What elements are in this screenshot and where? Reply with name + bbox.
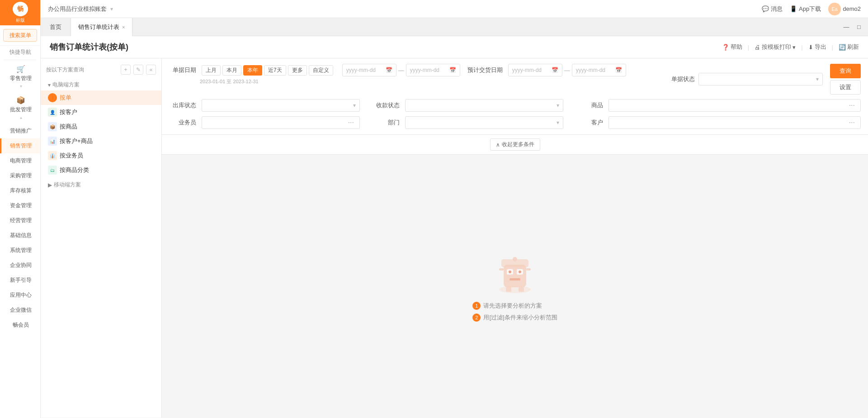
node-icon-by-goods: 📦 — [48, 122, 57, 131]
node-icon-by-customer: 👤 — [48, 108, 57, 117]
user-menu-button[interactable]: Ea demo2 — [828, 3, 861, 15]
tab-home[interactable]: 首页 — [41, 18, 71, 36]
empty-hint-2: 2 用[过滤]条件来缩小分析范围 — [472, 314, 557, 322]
sidebar-item-quick-nav[interactable]: 快捷导航 — [0, 46, 40, 59]
svg-rect-8 — [526, 268, 531, 271]
sidebar-item-basic[interactable]: 基础信息 — [0, 228, 40, 243]
add-scheme-button[interactable]: + — [121, 65, 131, 75]
sidebar-item-newbie[interactable]: 新手引导 — [0, 273, 40, 288]
app-download-button[interactable]: 📱 App下载 — [790, 5, 821, 13]
sidebar-item-finance[interactable]: 资金管理 — [0, 198, 40, 213]
tree-node-by-order[interactable]: 按单 — [41, 90, 161, 105]
tree-node-by-goods-category[interactable]: 🗂 按商品分类 — [41, 163, 161, 177]
sidebar-item-system[interactable]: 系统管理 — [0, 243, 40, 258]
btn-more[interactable]: 更多 — [288, 65, 307, 76]
search-menu-button[interactable]: 搜索菜单 — [3, 29, 37, 42]
tab-minimize-button[interactable]: — — [841, 22, 852, 33]
node-label-by-salesperson: 按业务员 — [60, 152, 83, 160]
btn-last-7-days[interactable]: 近7天 — [264, 65, 286, 76]
refresh-button[interactable]: 🔄 刷新 — [839, 43, 859, 51]
customer-more-icon[interactable]: ··· — [847, 119, 857, 127]
goods-select[interactable]: ··· — [609, 99, 861, 112]
page-title: 销售订单统计表(按单) — [50, 42, 128, 52]
topbar-dropdown-icon[interactable]: ▾ — [110, 6, 113, 12]
edit-scheme-button[interactable]: ✎ — [133, 65, 143, 75]
pay-status-select[interactable]: ▾ — [405, 99, 563, 112]
sidebar-item-sales[interactable]: 销售管理 — [0, 138, 40, 153]
ship-status-select[interactable]: ▾ — [202, 99, 360, 112]
expected-start-date-input[interactable]: yyyy-mm-dd 📅 — [508, 64, 562, 76]
btn-this-year[interactable]: 本年 — [243, 65, 262, 76]
sidebar-item-label-inventory: 库存核算 — [10, 187, 32, 195]
sidebar-item-corp[interactable]: 企业协同 — [0, 258, 40, 273]
sidebar-item-label-wholesale: 批发管理 — [10, 106, 32, 114]
btn-last-month[interactable]: 上月 — [202, 65, 221, 76]
sidebar-item-apps[interactable]: 应用中心 — [0, 288, 40, 303]
sidebar-item-purchase[interactable]: 采购管理 — [0, 168, 40, 183]
expected-end-date-input[interactable]: yyyy-mm-dd 📅 — [572, 64, 626, 76]
date-filter-label: 单据日期 — [169, 66, 196, 74]
tab-maximize-button[interactable]: □ — [854, 22, 864, 33]
sidebar-item-label-corp: 企业协同 — [10, 261, 32, 269]
collapse-panel-button[interactable]: « — [146, 65, 156, 75]
page-header: 销售订单统计表(按单) ❓ 帮助 | 🖨 按模板打印 ▾ | ⬇ 导出 | — [41, 36, 868, 58]
btn-this-month[interactable]: 本月 — [222, 65, 241, 76]
collapse-icon: ∧ — [496, 142, 500, 148]
print-icon: 🖨 — [755, 44, 760, 51]
tab-close-icon[interactable]: × — [122, 24, 125, 30]
end-date-input[interactable]: yyyy-mm-dd 📅 — [406, 64, 460, 76]
refresh-label: 刷新 — [847, 43, 859, 51]
print-button[interactable]: 🖨 按模板打印 ▾ — [755, 43, 796, 51]
goods-more-icon[interactable]: ··· — [847, 101, 857, 109]
tree-node-by-customer-goods[interactable]: 📊 按客户+商品 — [41, 134, 161, 148]
sidebar-item-label-marketing: 营销推广 — [10, 127, 32, 135]
order-status-select[interactable]: ▾ — [698, 73, 823, 86]
sidebar-item-label-system: 系统管理 — [10, 247, 32, 254]
chevron-down-icon: ▾ — [20, 84, 22, 89]
sidebar-item-operations[interactable]: 经营管理 — [0, 213, 40, 228]
help-icon: ❓ — [722, 44, 729, 51]
sidebar-item-member[interactable]: 畅会员 — [0, 318, 40, 332]
main-container: 办公用品行业模拟账套 ▾ 💬 消息 📱 App下载 Ea demo2 首页 销售… — [41, 0, 868, 418]
section-desktop: ▾ 电脑端方案 — [41, 77, 161, 90]
sidebar-item-retail[interactable]: 🛒 零售管理 ▾ — [0, 61, 40, 92]
dept-select[interactable]: ▾ — [405, 116, 563, 129]
setting-button[interactable]: 设置 — [830, 80, 861, 95]
customer-select[interactable]: ··· — [609, 116, 861, 129]
sidebar-item-wechat[interactable]: 企业微信 — [0, 303, 40, 318]
tree-node-by-customer[interactable]: 👤 按客户 — [41, 105, 161, 119]
sidebar-item-ecommerce[interactable]: 电商管理 — [0, 153, 40, 168]
sidebar-item-wholesale[interactable]: 📦 批发管理 ▴ — [0, 92, 40, 124]
collapse-button[interactable]: ∧ 收起更多条件 — [490, 138, 540, 151]
sidebar-item-inventory[interactable]: 库存核算 — [0, 183, 40, 198]
node-label-by-customer: 按客户 — [60, 108, 77, 116]
btn-custom[interactable]: 自定义 — [309, 65, 333, 76]
query-button[interactable]: 查询 — [830, 64, 861, 78]
export-button[interactable]: ⬇ 导出 — [808, 43, 826, 51]
expected-start-placeholder: yyyy-mm-dd — [512, 67, 542, 73]
tab-sales-order-stats[interactable]: 销售订单统计表 × — [71, 18, 132, 36]
section-toggle-icon[interactable]: ▾ — [48, 82, 51, 88]
topbar-right: 💬 消息 📱 App下载 Ea demo2 — [762, 3, 861, 15]
sidebar-item-label-purchase: 采购管理 — [10, 172, 32, 180]
section-mobile-toggle-icon[interactable]: ▶ — [48, 182, 52, 188]
left-panel-header: 按以下方案查询 + ✎ « — [41, 62, 161, 77]
help-button[interactable]: ❓ 帮助 — [722, 43, 742, 51]
sales-select[interactable]: ··· — [202, 116, 360, 129]
hint-text-2: 用[过滤]条件来缩小分析范围 — [483, 314, 557, 322]
sales-more-icon[interactable]: ··· — [346, 119, 356, 127]
calendar-icon: 📅 — [386, 67, 392, 73]
collapse-label: 收起更多条件 — [502, 141, 534, 148]
order-status-label: 单据状态 — [668, 75, 695, 83]
sidebar-search-area[interactable]: 搜索菜单 — [0, 25, 40, 46]
message-button[interactable]: 💬 消息 — [762, 5, 783, 13]
sidebar-item-label-operations: 经营管理 — [10, 217, 32, 224]
tree-node-by-salesperson[interactable]: 👔 按业务员 — [41, 148, 161, 163]
start-date-input[interactable]: yyyy-mm-dd 📅 — [342, 64, 396, 76]
export-icon: ⬇ — [808, 44, 813, 51]
app-download-label: App下载 — [799, 5, 821, 13]
tree-node-by-goods[interactable]: 📦 按商品 — [41, 119, 161, 134]
svg-rect-10 — [519, 287, 524, 292]
sidebar-item-marketing[interactable]: 营销推广 — [0, 124, 40, 138]
sidebar-item-label-apps: 应用中心 — [10, 291, 32, 299]
